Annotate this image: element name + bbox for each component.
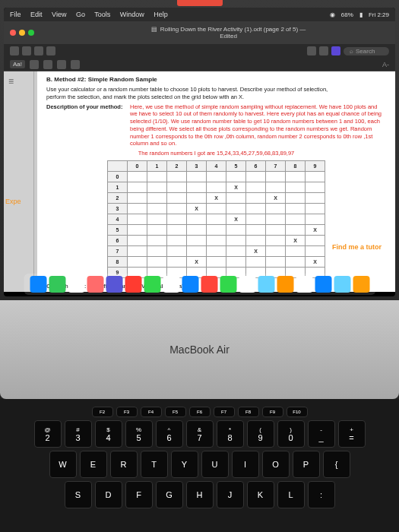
key: G (156, 481, 183, 508)
key: R (110, 451, 138, 478)
search-input[interactable]: ⌕ Search (344, 47, 389, 55)
key: %5 (125, 420, 153, 448)
done-button[interactable]: A- (382, 61, 389, 68)
description-label: Description of your method: (46, 103, 130, 148)
grid-cell (246, 203, 266, 214)
key: F4 (141, 407, 162, 417)
grid-cell (207, 182, 226, 192)
document-tab[interactable]: ▤Rolling Down the River Activity (1).odt… (68, 24, 389, 41)
grid-cell (266, 245, 286, 256)
document-viewport: ≡ B. Method #2: Simple Random Sample Use… (4, 71, 395, 292)
grid-cell (226, 224, 246, 235)
color-icon[interactable] (57, 60, 66, 69)
grid-cell (226, 245, 246, 256)
menu-view[interactable]: View (52, 11, 66, 18)
dock-app[interactable] (220, 276, 236, 293)
dock-app[interactable] (163, 276, 179, 293)
grid-cell (266, 224, 286, 235)
dock-app[interactable] (353, 276, 369, 293)
expert-label: Expe (5, 198, 21, 205)
grid-cell (147, 192, 167, 203)
dock-app[interactable] (125, 276, 141, 293)
grid-cell (187, 171, 207, 182)
share-icon[interactable] (46, 46, 55, 55)
key: P (293, 451, 320, 478)
key: { (323, 451, 350, 478)
zoom-out-icon[interactable] (22, 46, 31, 55)
grid-cell (246, 182, 266, 192)
grid-cell (286, 192, 306, 203)
menu-window[interactable]: Window (120, 11, 144, 18)
key: I (232, 451, 259, 478)
key: )0 (277, 420, 305, 448)
grid-cell (226, 192, 246, 203)
menu-tools[interactable]: Tools (94, 11, 110, 18)
dock-app[interactable] (30, 276, 46, 293)
grid-cell (286, 171, 306, 182)
close-button[interactable] (10, 30, 16, 36)
grid-cell (167, 192, 187, 203)
menu-edit[interactable]: Edit (30, 11, 43, 18)
shapes-icon[interactable] (71, 60, 80, 69)
maximize-button[interactable] (28, 30, 34, 36)
highlight-icon[interactable] (30, 60, 39, 69)
font-icon[interactable] (43, 60, 52, 69)
menubar-status: ◉ 68% ▮ Fri 2:29 (330, 11, 389, 18)
dock-app[interactable] (87, 276, 103, 293)
wifi-icon[interactable]: ◉ (330, 11, 335, 18)
thumbnail-sidebar[interactable]: ≡ (4, 71, 34, 292)
grid-cell (306, 214, 325, 224)
dock-app[interactable] (49, 276, 65, 293)
grid-cell (266, 182, 286, 192)
dock-app[interactable] (239, 276, 255, 293)
dock-app[interactable] (144, 276, 160, 293)
dock-app[interactable] (258, 276, 274, 293)
menu-file[interactable]: File (10, 11, 21, 18)
key: T (141, 451, 168, 478)
grid-cell (207, 245, 226, 256)
grid-cell (306, 192, 325, 203)
dock-app[interactable] (277, 276, 293, 293)
grid-cell (207, 256, 226, 267)
key: F3 (116, 407, 138, 417)
dock-app[interactable] (201, 276, 217, 293)
action-icon[interactable] (331, 46, 340, 55)
grid-cell (226, 203, 246, 214)
grid-cell (207, 224, 226, 235)
dock-app[interactable] (296, 276, 312, 293)
minimize-button[interactable] (19, 30, 25, 36)
grid-cell (147, 224, 167, 235)
grid-cell (246, 192, 266, 203)
grid-cell: X (226, 182, 246, 192)
grid-cell (266, 256, 286, 267)
grid-cell (147, 203, 167, 214)
dock-app[interactable] (106, 276, 122, 293)
edit-icon[interactable] (319, 46, 328, 55)
dock-app[interactable] (182, 276, 198, 293)
camera-notch (177, 0, 223, 6)
dock-app[interactable] (68, 276, 84, 293)
text-style-button[interactable]: Aa! (10, 60, 25, 68)
zoom-in-icon[interactable] (34, 46, 43, 55)
grid-cell (167, 224, 187, 235)
key: &7 (186, 420, 214, 448)
grid-cell (246, 214, 266, 224)
grid-cell (128, 256, 147, 267)
markup-icon[interactable] (307, 46, 316, 55)
grid-cell (128, 245, 147, 256)
laptop-body: MacBook Air (0, 300, 399, 399)
grid-cell (246, 224, 266, 235)
hamburger-icon[interactable]: ≡ (4, 71, 33, 91)
grid-cell (266, 214, 286, 224)
key: += (338, 420, 366, 448)
toolbar-row-1: ⌕ Search (4, 44, 395, 58)
menu-go[interactable]: Go (76, 11, 85, 18)
dock-app[interactable] (334, 276, 350, 293)
tutor-link[interactable]: Find me a tutor (332, 243, 382, 251)
grid-cell (266, 203, 286, 214)
menu-help[interactable]: Help (154, 11, 168, 18)
description-answer: Here, we use the method of simple random… (130, 103, 386, 148)
dock-app[interactable] (315, 276, 331, 293)
sidebar-toggle-icon[interactable] (10, 46, 19, 55)
key: F10 (287, 407, 308, 417)
